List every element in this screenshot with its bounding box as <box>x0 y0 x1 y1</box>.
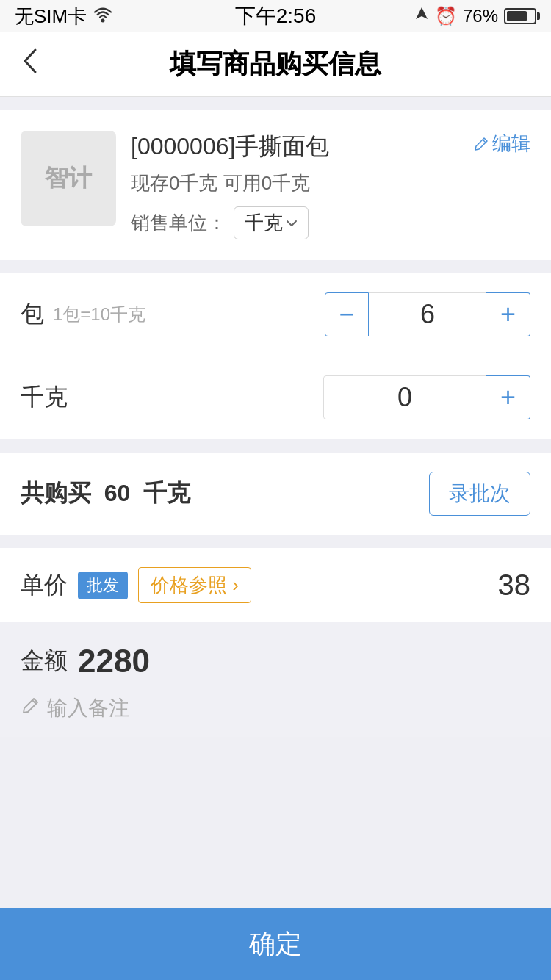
product-image: 智计 <box>21 131 116 226</box>
status-left: 无SIM卡 <box>15 4 113 29</box>
battery-icon <box>504 8 536 24</box>
status-time: 下午2:56 <box>235 2 317 30</box>
product-name-row: [0000006]手撕面包 编辑 <box>131 131 530 163</box>
back-button[interactable] <box>21 47 38 82</box>
amount-section: 金额 2280 输入备注 <box>0 622 551 737</box>
summary-text: 共购买 60 千克 <box>21 478 190 510</box>
bao-input[interactable] <box>369 292 486 336</box>
input-label-group-bao: 包 1包=10千克 <box>21 298 145 331</box>
batch-button[interactable]: 录批次 <box>429 472 530 516</box>
note-row[interactable]: 输入备注 <box>21 694 530 722</box>
confirm-bar[interactable]: 确定 <box>0 908 551 980</box>
product-unit-row: 销售单位： 千克 <box>131 206 530 239</box>
note-placeholder[interactable]: 输入备注 <box>47 694 129 722</box>
price-badge: 批发 <box>78 572 128 599</box>
price-value: 38 <box>498 569 531 602</box>
price-ref-button[interactable]: 价格参照 › <box>138 567 251 603</box>
product-info: [0000006]手撕面包 编辑 现存0千克 可用0千克 销售单位： 千克 <box>131 131 530 239</box>
kg-input[interactable] <box>323 375 486 419</box>
increment-kg-button[interactable]: + <box>486 375 530 419</box>
unit-label: 销售单位： <box>131 210 226 236</box>
increment-bao-button[interactable]: + <box>486 292 530 336</box>
price-label: 单价 <box>21 569 68 602</box>
input-row-bao: 包 1包=10千克 − + <box>0 273 551 356</box>
wifi-icon <box>93 5 113 28</box>
input-label-group-kg: 千克 <box>21 381 68 414</box>
page-title: 填写商品购买信息 <box>170 46 381 82</box>
product-stock: 现存0千克 可用0千克 <box>131 170 530 196</box>
unit-kg-label: 千克 <box>21 381 68 414</box>
summary-section: 共购买 60 千克 录批次 <box>0 453 551 535</box>
price-section: 单价 批发 价格参照 › 38 <box>0 548 551 622</box>
confirm-button[interactable]: 确定 <box>249 926 302 962</box>
unit-select[interactable]: 千克 <box>234 206 309 239</box>
stepper-bao: − + <box>325 292 530 336</box>
pencil-icon <box>21 696 40 721</box>
location-icon <box>414 6 429 26</box>
input-right-kg: + <box>323 375 530 419</box>
battery-percent: 76% <box>463 6 498 26</box>
amount-label: 金额 <box>21 645 68 677</box>
unit-bao-sublabel: 1包=10千克 <box>53 303 145 326</box>
status-right: ⏰ 76% <box>414 6 536 26</box>
decrement-bao-button[interactable]: − <box>325 292 369 336</box>
edit-button[interactable]: 编辑 <box>473 131 530 156</box>
price-label-group: 单价 批发 价格参照 › <box>21 567 251 603</box>
unit-bao-label: 包 <box>21 298 44 331</box>
alarm-icon: ⏰ <box>435 6 457 26</box>
input-row-kg: 千克 + <box>0 356 551 439</box>
amount-row: 金额 2280 <box>21 643 530 680</box>
product-name: [0000006]手撕面包 <box>131 131 473 163</box>
carrier-text: 无SIM卡 <box>15 4 87 29</box>
price-row: 单价 批发 价格参照 › 38 <box>21 567 530 603</box>
status-bar: 无SIM卡 下午2:56 ⏰ 76% <box>0 0 551 32</box>
amount-value: 2280 <box>78 643 150 680</box>
svg-point-0 <box>101 18 105 22</box>
nav-bar: 填写商品购买信息 <box>0 32 551 97</box>
summary-quantity: 60 <box>104 480 131 506</box>
input-section: 包 1包=10千克 − + 千克 + <box>0 273 551 439</box>
product-section: 智计 [0000006]手撕面包 编辑 现存0千克 可用0千克 销售单位： 千克 <box>0 110 551 260</box>
